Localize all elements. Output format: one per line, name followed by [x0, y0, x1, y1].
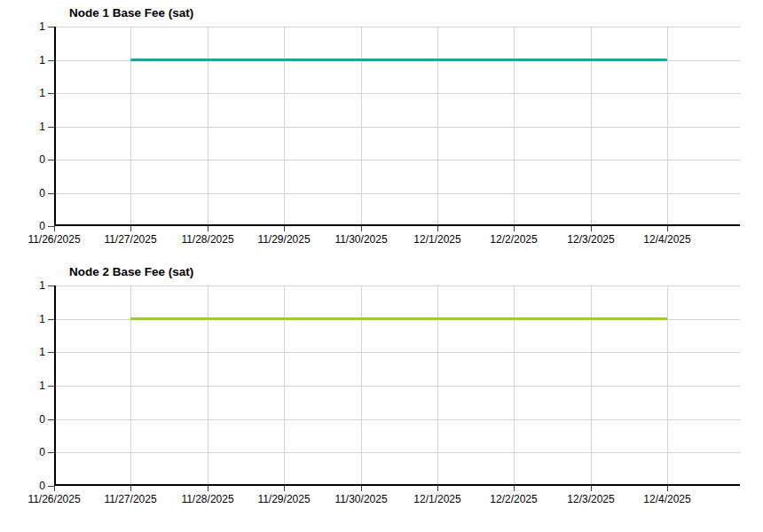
x-tick-mark	[361, 226, 362, 231]
y-tick-label: 0	[13, 153, 45, 167]
y-tick-label: 1	[13, 345, 45, 359]
x-tick-mark	[284, 226, 285, 231]
x-tick-mark	[284, 486, 285, 491]
chart-node1-title: Node 1 Base Fee (sat)	[69, 6, 193, 20]
x-tick-label: 12/3/2025	[551, 493, 631, 506]
x-tick-mark	[667, 486, 668, 491]
x-tick-label: 12/4/2025	[627, 493, 707, 506]
y-tick-label: 0	[13, 219, 45, 233]
series-line	[130, 59, 667, 61]
h-gridline	[54, 386, 740, 387]
x-axis-line	[54, 484, 740, 486]
h-gridline	[54, 127, 740, 128]
h-gridline	[54, 27, 740, 27]
x-tick-label: 12/4/2025	[627, 233, 707, 246]
y-tick-mark	[48, 452, 54, 453]
y-axis-line	[54, 286, 56, 486]
x-tick-label: 11/28/2025	[168, 493, 248, 506]
y-axis-line	[54, 27, 56, 226]
chart-node2-plot-area: 11/26/202511/27/202511/28/202511/29/2025…	[54, 286, 740, 486]
x-tick-mark	[361, 486, 362, 491]
y-tick-mark	[48, 419, 54, 420]
x-tick-label: 11/30/2025	[321, 493, 401, 506]
x-tick-label: 11/30/2025	[321, 233, 401, 246]
x-tick-label: 11/28/2025	[168, 233, 248, 246]
h-gridline	[54, 286, 740, 286]
x-tick-mark	[667, 226, 668, 231]
x-tick-label: 11/26/2025	[14, 233, 94, 246]
y-tick-mark	[48, 60, 54, 61]
h-gridline	[54, 93, 740, 94]
x-tick-label: 12/2/2025	[474, 493, 554, 506]
x-tick-mark	[591, 226, 592, 231]
y-tick-mark	[48, 160, 54, 160]
series-line	[130, 317, 667, 320]
x-tick-label: 11/26/2025	[14, 493, 94, 506]
y-tick-label: 1	[13, 312, 45, 326]
x-axis-line	[54, 224, 740, 226]
y-tick-mark	[48, 352, 54, 353]
y-tick-label: 0	[13, 445, 45, 459]
y-tick-label: 1	[13, 86, 45, 100]
y-tick-label: 0	[13, 479, 45, 493]
x-tick-label: 11/27/2025	[90, 233, 170, 246]
x-tick-label: 11/27/2025	[90, 493, 170, 506]
x-tick-mark	[54, 486, 55, 491]
y-tick-mark	[48, 226, 54, 227]
y-tick-mark	[48, 93, 54, 94]
y-tick-mark	[48, 193, 54, 194]
x-tick-mark	[591, 486, 592, 491]
h-gridline	[54, 160, 740, 160]
x-tick-label: 12/3/2025	[551, 233, 631, 246]
x-tick-mark	[54, 226, 55, 231]
x-tick-mark	[130, 486, 131, 491]
y-tick-mark	[48, 486, 54, 487]
x-tick-mark	[130, 226, 131, 231]
x-tick-mark	[437, 226, 438, 231]
y-tick-mark	[48, 286, 54, 286]
x-tick-label: 12/1/2025	[397, 493, 477, 506]
x-tick-mark	[437, 486, 438, 491]
y-tick-mark	[48, 319, 54, 320]
y-tick-label: 0	[13, 186, 45, 200]
y-tick-label: 1	[13, 53, 45, 67]
x-tick-label: 12/2/2025	[474, 233, 554, 246]
y-tick-mark	[48, 27, 54, 27]
y-tick-label: 0	[13, 412, 45, 426]
chart-node2-title: Node 2 Base Fee (sat)	[69, 265, 193, 278]
x-tick-label: 12/1/2025	[397, 233, 477, 246]
x-tick-label: 11/29/2025	[244, 493, 324, 506]
x-tick-mark	[208, 226, 208, 231]
chart-node1-plot-area: 11/26/202511/27/202511/28/202511/29/2025…	[54, 27, 740, 226]
dual-base-fee-charts: Node 1 Base Fee (sat) 11/26/202511/27/20…	[0, 0, 763, 532]
x-tick-label: 11/29/2025	[244, 233, 324, 246]
h-gridline	[54, 352, 740, 353]
y-tick-label: 1	[13, 278, 45, 293]
h-gridline	[54, 419, 740, 420]
x-tick-mark	[208, 486, 208, 491]
x-tick-mark	[514, 486, 515, 491]
y-tick-label: 1	[13, 379, 45, 393]
y-tick-mark	[48, 386, 54, 387]
h-gridline	[54, 193, 740, 194]
y-tick-label: 1	[13, 20, 45, 34]
y-tick-label: 1	[13, 120, 45, 134]
x-tick-mark	[514, 226, 515, 231]
h-gridline	[54, 452, 740, 453]
y-tick-mark	[48, 127, 54, 128]
